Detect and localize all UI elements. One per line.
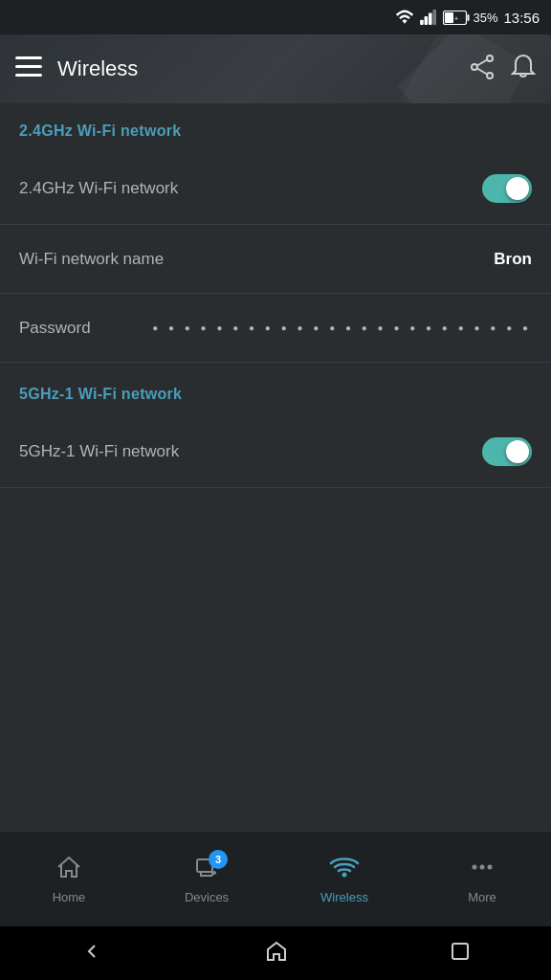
svg-point-12 (472, 64, 477, 70)
status-bar: + 35% 13:56 (0, 0, 551, 34)
svg-point-11 (487, 56, 493, 61)
section-5ghz-header: 5GHz-1 Wi-Fi network (0, 363, 551, 416)
nav-item-devices[interactable]: 3 Devices (138, 844, 276, 914)
wireless-icon (329, 854, 360, 884)
section-24ghz-header: 2.4GHz Wi-Fi network (0, 103, 551, 153)
list-item-24ghz-toggle[interactable]: 2.4GHz Wi-Fi network (0, 153, 551, 225)
app-header: Wireless (0, 34, 551, 103)
battery-status: + 35% (443, 11, 497, 25)
wifi-name-value: Bron (494, 250, 532, 269)
status-icons: + 35% 13:56 (395, 10, 540, 26)
share-button[interactable] (469, 54, 496, 84)
svg-point-18 (342, 873, 347, 878)
nav-more-label: More (468, 890, 496, 904)
svg-rect-2 (429, 13, 432, 25)
svg-point-21 (488, 865, 493, 870)
toggle-5ghz[interactable] (482, 437, 532, 466)
android-back-button[interactable] (80, 940, 103, 968)
battery-percent: 35% (473, 11, 497, 25)
svg-point-20 (480, 865, 485, 870)
password-value: ● ● ● ● ● ● ● ● ● ● ● ● ● ● ● ● ● ● ● ● … (152, 323, 532, 333)
main-content: 2.4GHz Wi-Fi network 2.4GHz Wi-Fi networ… (0, 103, 551, 831)
svg-rect-0 (421, 20, 425, 25)
more-icon (469, 854, 496, 884)
wifi-status-icon (395, 10, 414, 25)
android-recents-button[interactable] (450, 941, 471, 967)
toggle-24ghz[interactable] (482, 174, 532, 203)
signal-status-icon (420, 10, 437, 25)
list-item-5ghz-toggle[interactable]: 5GHz-1 Wi-Fi network (0, 416, 551, 488)
header-actions (469, 54, 536, 84)
svg-rect-9 (15, 65, 42, 68)
svg-rect-5 (468, 14, 470, 21)
password-label: Password (19, 319, 91, 338)
svg-rect-8 (15, 56, 42, 59)
svg-line-14 (477, 60, 487, 66)
status-time: 13:56 (503, 10, 540, 26)
svg-rect-10 (15, 74, 42, 77)
list-item-5ghz-label: 5GHz-1 Wi-Fi network (19, 442, 179, 461)
list-item-wifi-name[interactable]: Wi-Fi network name Bron (0, 225, 551, 294)
nav-home-label: Home (53, 890, 86, 904)
home-icon (55, 854, 82, 884)
devices-badge: 3 (209, 850, 228, 869)
nav-item-home[interactable]: Home (0, 844, 138, 914)
list-item-24ghz-label: 2.4GHz Wi-Fi network (19, 179, 178, 198)
wifi-name-label: Wi-Fi network name (19, 250, 164, 269)
svg-point-13 (487, 73, 493, 78)
android-nav-bar (0, 926, 551, 980)
menu-button[interactable] (15, 56, 42, 81)
svg-rect-1 (425, 16, 429, 25)
svg-text:+: + (454, 15, 458, 22)
svg-line-15 (477, 69, 487, 75)
nav-wireless-label: Wireless (320, 890, 368, 904)
bottom-navigation: Home 3 Devices Wireless (0, 831, 551, 926)
nav-item-wireless[interactable]: Wireless (276, 844, 413, 914)
svg-rect-3 (433, 10, 437, 25)
android-home-button[interactable] (265, 940, 288, 968)
nav-devices-label: Devices (185, 890, 229, 904)
notification-bell-button[interactable] (511, 54, 536, 84)
svg-rect-22 (452, 944, 468, 959)
page-title: Wireless (57, 56, 453, 81)
nav-item-more[interactable]: More (413, 844, 551, 914)
svg-point-17 (213, 872, 215, 874)
list-item-password[interactable]: Password ● ● ● ● ● ● ● ● ● ● ● ● ● ● ● ●… (0, 294, 551, 363)
svg-rect-6 (445, 12, 453, 23)
svg-point-19 (473, 865, 477, 870)
